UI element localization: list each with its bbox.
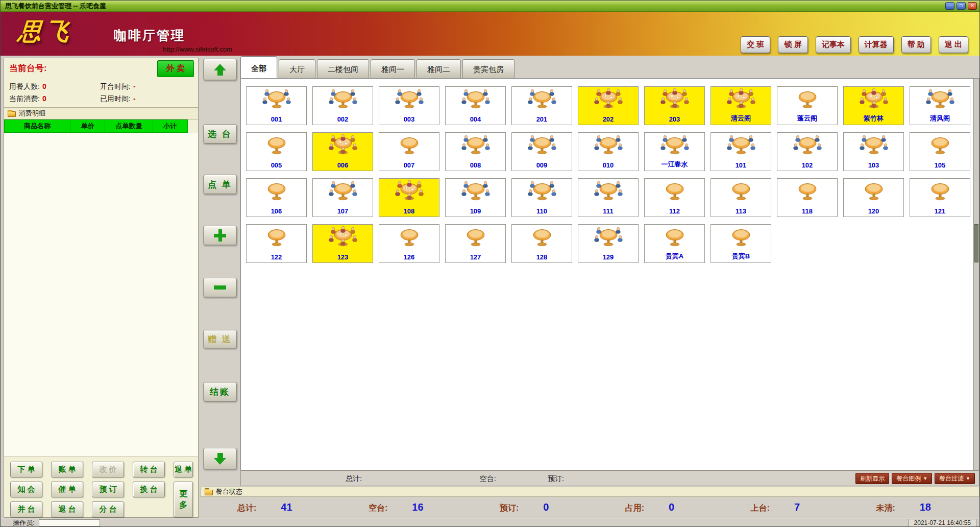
- order-column-header: 小计: [153, 119, 188, 133]
- calculator-button[interactable]: 计算器: [859, 36, 894, 53]
- table-card-蓬云阁[interactable]: 蓬云阁: [777, 86, 838, 125]
- table-card-003[interactable]: 003: [379, 86, 439, 125]
- exit-button[interactable]: 退 出: [939, 36, 968, 53]
- order-button[interactable]: 点 单: [203, 175, 237, 194]
- table-card-110[interactable]: 110: [511, 178, 572, 217]
- tab-all[interactable]: 全部: [240, 56, 277, 78]
- occupied-table-icon: [395, 88, 424, 110]
- add-button[interactable]: [203, 226, 237, 245]
- table-card-005[interactable]: 005: [246, 132, 307, 171]
- table-card-107[interactable]: 107: [312, 178, 373, 217]
- subtract-button[interactable]: [203, 278, 237, 297]
- table-card-108[interactable]: 108: [379, 178, 439, 217]
- split-table-button[interactable]: 分 台: [92, 501, 124, 517]
- release-table-button[interactable]: 退 台: [51, 501, 83, 517]
- table-card-贵宾A[interactable]: 贵宾A: [644, 224, 705, 263]
- merge-table-button[interactable]: 并 台: [10, 501, 42, 517]
- table-card-203[interactable]: 203: [644, 86, 705, 125]
- scroll-down-button[interactable]: [203, 448, 237, 469]
- empty-table-icon: [528, 226, 556, 248]
- plus-icon: [214, 229, 226, 242]
- switch-table-button[interactable]: 换 台: [133, 482, 165, 497]
- select-table-button[interactable]: 选 台: [203, 124, 237, 143]
- tab-vip-rooms[interactable]: 贵宾包房: [462, 59, 514, 78]
- place-order-button[interactable]: 下 单: [10, 462, 42, 477]
- help-button[interactable]: 帮 助: [901, 36, 931, 53]
- table-card-202[interactable]: 202: [578, 86, 639, 125]
- table-card-102[interactable]: 102: [777, 132, 838, 171]
- urge-order-button[interactable]: 催 单: [51, 482, 83, 497]
- table-card-129[interactable]: 129: [578, 224, 639, 263]
- table-card-127[interactable]: 127: [445, 224, 506, 263]
- scroll-up-button[interactable]: [203, 59, 237, 80]
- table-card-112[interactable]: 112: [644, 178, 705, 217]
- table-label: 112: [645, 207, 704, 215]
- notepad-button[interactable]: 记事本: [816, 36, 851, 53]
- table-card-007[interactable]: 007: [379, 132, 439, 171]
- tab-second-floor-rooms[interactable]: 二楼包间: [317, 59, 369, 78]
- table-card-008[interactable]: 008: [445, 132, 506, 171]
- table-card-126[interactable]: 126: [379, 224, 439, 263]
- table-card-123[interactable]: 123: [312, 224, 373, 263]
- order-panel: 当前台号: 外 卖 用餐人数:0 开台时间:- 当前消费:0 已用时间:- 消费…: [4, 58, 199, 518]
- notify-button[interactable]: 知 会: [10, 482, 42, 497]
- table-card-001[interactable]: 001: [246, 86, 307, 125]
- table-label: 008: [446, 161, 505, 169]
- table-card-006[interactable]: 006: [312, 132, 373, 171]
- table-card-清风阁[interactable]: 清风阁: [910, 86, 970, 125]
- table-card-010[interactable]: 010: [578, 132, 639, 171]
- reserve-button[interactable]: 预 订: [92, 482, 124, 497]
- more-button[interactable]: 更多: [174, 482, 193, 517]
- shift-change-button[interactable]: 交 班: [741, 36, 770, 53]
- table-card-109[interactable]: 109: [445, 178, 506, 217]
- table-card-009[interactable]: 009: [511, 132, 572, 171]
- table-card-105[interactable]: 105: [910, 132, 970, 171]
- header-buttons: 交 班锁 屏记事本计算器帮 助退 出: [741, 36, 968, 53]
- transfer-table-button[interactable]: 转 台: [133, 462, 165, 477]
- table-card-106[interactable]: 106: [246, 178, 307, 217]
- occupied-table-icon: [860, 88, 888, 110]
- table-card-201[interactable]: 201: [511, 86, 572, 125]
- table-card-103[interactable]: 103: [843, 132, 904, 171]
- scrollbar-thumb[interactable]: [974, 224, 978, 262]
- spend-label: 当前消费:: [9, 94, 40, 103]
- cancel-order-button[interactable]: 退 单: [174, 462, 193, 477]
- table-area: 全部大厅二楼包间雅间一雅间二贵宾包房 001002003004201202203…: [240, 56, 979, 486]
- table-card-002[interactable]: 002: [312, 86, 373, 125]
- minimize-button[interactable]: —: [945, 2, 954, 10]
- vertical-scrollbar[interactable]: [973, 78, 979, 470]
- table-legend-button[interactable]: 餐台图例▼: [892, 473, 932, 484]
- bill-button[interactable]: 账 单: [51, 462, 83, 477]
- lock-screen-button[interactable]: 锁 屏: [778, 36, 807, 53]
- table-label: 贵宾A: [645, 252, 704, 261]
- area-tabs: 全部大厅二楼包间雅间一雅间二贵宾包房: [240, 56, 979, 78]
- table-card-113[interactable]: 113: [710, 178, 771, 217]
- order-item-list[interactable]: [4, 133, 198, 457]
- table-label: 001: [247, 115, 306, 123]
- table-card-紫竹林[interactable]: 紫竹林: [843, 86, 904, 125]
- occupied-table-icon: [727, 134, 755, 156]
- tab-private-room-1[interactable]: 雅间一: [371, 59, 415, 78]
- table-card-121[interactable]: 121: [910, 178, 970, 217]
- tab-private-room-2[interactable]: 雅间二: [416, 59, 461, 78]
- tab-hall[interactable]: 大厅: [279, 59, 315, 78]
- table-card-118[interactable]: 118: [777, 178, 838, 217]
- table-card-111[interactable]: 111: [578, 178, 639, 217]
- maximize-button[interactable]: □: [957, 2, 966, 10]
- table-card-一江春水[interactable]: 一江春水: [644, 132, 705, 171]
- table-card-120[interactable]: 120: [843, 178, 904, 217]
- app-logo: 思飞: [17, 16, 74, 47]
- table-label: 110: [512, 207, 572, 215]
- table-card-101[interactable]: 101: [710, 132, 771, 171]
- table-card-128[interactable]: 128: [511, 224, 572, 263]
- close-button[interactable]: ✕: [968, 2, 977, 10]
- table-card-122[interactable]: 122: [246, 224, 307, 263]
- arrow-up-icon: [214, 64, 226, 76]
- table-card-004[interactable]: 004: [445, 86, 506, 125]
- table-card-贵宾B[interactable]: 贵宾B: [710, 224, 771, 263]
- takeout-button[interactable]: 外 卖: [157, 60, 194, 77]
- refresh-display-button[interactable]: 刷新显示: [855, 473, 889, 484]
- table-filter-button[interactable]: 餐台过滤▼: [935, 473, 975, 484]
- checkout-button[interactable]: 结账: [203, 382, 237, 401]
- table-card-清云阁[interactable]: 清云阁: [710, 86, 771, 125]
